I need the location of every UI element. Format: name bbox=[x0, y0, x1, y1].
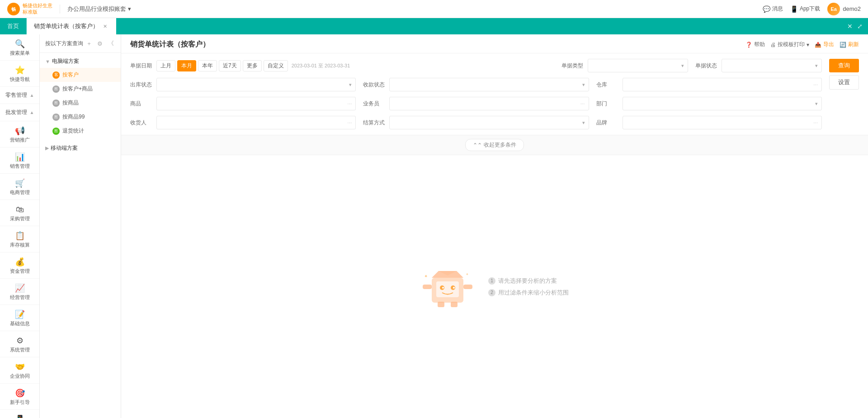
user-menu[interactable]: Ea demo2 bbox=[827, 3, 861, 15]
query-button[interactable]: 查询 bbox=[829, 59, 859, 72]
message-label: 消息 bbox=[772, 5, 783, 13]
help-btn[interactable]: ❓ 帮助 bbox=[745, 41, 765, 48]
sidebar-item-marketing-label: 营销推广 bbox=[10, 137, 30, 143]
logo-text-line1: 畅捷信好生意 bbox=[23, 3, 52, 9]
scheme-item-by-goods[interactable]: 图 按商品 bbox=[40, 96, 121, 110]
app-download-btn[interactable]: 📱 App下载 bbox=[790, 5, 820, 13]
scheme-group-desktop-title[interactable]: ▼ 电脑端方案 bbox=[40, 55, 121, 68]
sidebar-item-ecommerce[interactable]: 🛒 电商管理 bbox=[0, 174, 39, 200]
doc-status-select[interactable]: ▾ bbox=[722, 59, 822, 72]
sidebar-item-retail[interactable]: 零售管理 ▲ bbox=[0, 87, 39, 104]
sidebar-item-basic[interactable]: 📝 基础信息 bbox=[0, 305, 39, 331]
page-wrapper: 按以下方案查询 + ⚙ 《 bbox=[40, 34, 868, 418]
brand-input[interactable]: ··· bbox=[623, 116, 822, 129]
maximize-btn[interactable]: ⤢ bbox=[857, 23, 863, 30]
sidebar-item-enterprise[interactable]: 🤝 企业协同 bbox=[0, 357, 39, 384]
sidebar-item-marketing[interactable]: 📢 营销推广 bbox=[0, 121, 39, 147]
print-btn[interactable]: 🖨 按模板打印 ▾ bbox=[770, 41, 809, 48]
salesperson-ellipsis: ··· bbox=[580, 100, 585, 107]
scheme-item-by-goods99[interactable]: 图 按商品99 bbox=[40, 110, 121, 124]
hint-number-1: 1 bbox=[488, 277, 495, 285]
goods-label: 商品 bbox=[130, 100, 153, 108]
sidebar-item-sales[interactable]: 📊 销售管理 bbox=[0, 147, 39, 174]
scheme-panel-title: 按以下方案查询 bbox=[45, 40, 83, 48]
date-last7days-btn[interactable]: 近7天 bbox=[219, 60, 241, 71]
filter-main: 单据日期 上月 本月 本年 近7天 更多 自定义 2023-03-01 至 20… bbox=[130, 59, 822, 129]
username: demo2 bbox=[843, 5, 861, 12]
svg-rect-8 bbox=[423, 285, 432, 289]
salesperson-label: 业务员 bbox=[363, 100, 386, 108]
date-last-month-btn[interactable]: 上月 bbox=[156, 60, 175, 71]
sidebar-item-purchase[interactable]: 🛍 采购管理 bbox=[0, 200, 39, 226]
sidebar-item-operations[interactable]: 📈 经营管理 bbox=[0, 279, 39, 305]
return-stats-label: 退货统计 bbox=[62, 127, 84, 135]
settings-button[interactable]: 设置 bbox=[829, 75, 859, 90]
refresh-icon: 🔄 bbox=[840, 42, 846, 48]
customer-goods-scheme-icon: 图 bbox=[52, 86, 60, 93]
filter-payment-status-item: 收款状态 ▾ bbox=[363, 78, 589, 91]
collapse-btn[interactable]: ⌃⌃ 收起更多条件 bbox=[465, 139, 524, 151]
scheme-add-btn[interactable]: + bbox=[85, 39, 94, 48]
sidebar-item-ecommerce-label: 电商管理 bbox=[10, 189, 30, 196]
sidebar-item-sales-label: 销售管理 bbox=[10, 163, 30, 170]
header-left: 畅 畅捷信好生意 标准版 办公用品行业模拟账套 ▾ bbox=[7, 3, 131, 15]
salesperson-input[interactable]: ··· bbox=[389, 97, 589, 110]
out-status-select[interactable]: ▾ bbox=[156, 78, 356, 91]
out-status-dropdown-icon: ▾ bbox=[349, 82, 352, 88]
empty-text: 1 请先选择要分析的方案 2 用过滤条件来缩小分析范围 bbox=[488, 277, 569, 297]
svg-rect-9 bbox=[463, 285, 472, 289]
header-right: 💬 消息 📱 App下载 Ea demo2 bbox=[763, 3, 861, 15]
warehouse-input[interactable]: ··· bbox=[623, 78, 822, 91]
sidebar-item-guide[interactable]: 🎯 新手引导 bbox=[0, 384, 39, 410]
consignee-input[interactable]: ··· bbox=[156, 116, 356, 129]
refresh-btn[interactable]: 🔄 刷新 bbox=[840, 41, 859, 48]
close-all-tabs-btn[interactable]: ✕ bbox=[847, 23, 853, 30]
tab-home[interactable]: 首页 bbox=[0, 18, 27, 34]
hint-number-2: 2 bbox=[488, 289, 495, 296]
sidebar-item-system[interactable]: ⚙ 系统管理 bbox=[0, 331, 39, 357]
date-this-year-btn[interactable]: 本年 bbox=[198, 60, 217, 71]
payment-status-select[interactable]: ▾ bbox=[389, 78, 589, 91]
sidebar-item-wholesale[interactable]: 批发管理 ▲ bbox=[0, 104, 39, 121]
appcenter-icon: 📱 bbox=[15, 415, 25, 418]
empty-state: ✦ ✦ 1 请先选择要分析的方案 2 用过滤条件来缩小分析范围 bbox=[121, 155, 868, 418]
scheme-group-mobile-title[interactable]: ▶ 移动端方案 bbox=[40, 142, 121, 155]
sidebar-item-search[interactable]: 🔍 搜索菜单 bbox=[0, 34, 39, 61]
scheme-settings-btn[interactable]: ⚙ bbox=[95, 39, 104, 48]
marketing-icon: 📢 bbox=[15, 127, 25, 135]
date-more-btn[interactable]: 更多 bbox=[243, 60, 262, 71]
workspace-selector[interactable]: 办公用品行业模拟账套 ▾ bbox=[67, 5, 131, 13]
collapse-row[interactable]: ⌃⌃ 收起更多条件 bbox=[121, 135, 868, 155]
scheme-item-return-stats[interactable]: 图 退货统计 bbox=[40, 124, 121, 138]
logo-area: 畅 畅捷信好生意 标准版 bbox=[7, 3, 52, 15]
ecommerce-icon: 🛒 bbox=[15, 179, 25, 187]
sidebar-item-inventory[interactable]: 📋 库存核算 bbox=[0, 226, 39, 252]
dept-select[interactable]: ▾ bbox=[623, 97, 822, 110]
empty-hint-2: 2 用过滤条件来缩小分析范围 bbox=[488, 289, 569, 297]
date-custom-btn[interactable]: 自定义 bbox=[264, 60, 288, 71]
message-btn[interactable]: 💬 消息 bbox=[763, 5, 783, 13]
top-header: 畅 畅捷信好生意 标准版 办公用品行业模拟账套 ▾ 💬 消息 📱 App下载 E… bbox=[0, 0, 868, 18]
dept-dropdown-icon: ▾ bbox=[815, 101, 818, 107]
sidebar-item-basic-label: 基础信息 bbox=[10, 320, 30, 327]
home-tab-label: 首页 bbox=[7, 22, 19, 30]
page-title: 销货单统计表（按客户） bbox=[130, 40, 210, 49]
scheme-item-by-customer[interactable]: 客 按客户 bbox=[40, 68, 121, 82]
export-btn[interactable]: 📤 导出 bbox=[815, 41, 834, 48]
sidebar-item-quicknav[interactable]: ⭐ 快捷导航 bbox=[0, 61, 39, 87]
sidebar-item-finance[interactable]: 💰 资金管理 bbox=[0, 252, 39, 279]
tab-sales-stats[interactable]: 销货单统计表（按客户） ✕ bbox=[27, 18, 116, 34]
doc-type-select[interactable]: ▾ bbox=[588, 59, 688, 72]
date-this-month-btn[interactable]: 本月 bbox=[177, 60, 196, 71]
scheme-collapse-btn[interactable]: 《 bbox=[106, 39, 115, 48]
svg-rect-3 bbox=[436, 281, 459, 297]
tab-close-btn[interactable]: ✕ bbox=[101, 23, 108, 30]
system-icon: ⚙ bbox=[16, 337, 24, 345]
scheme-item-by-customer-goods[interactable]: 图 按客户+商品 bbox=[40, 82, 121, 96]
sidebar-item-appcenter[interactable]: 📱 应用中心 bbox=[0, 410, 39, 418]
goods-input[interactable]: ··· bbox=[156, 97, 356, 110]
settlement-select[interactable]: ▾ bbox=[389, 116, 589, 129]
wholesale-label: 批发管理 bbox=[5, 109, 27, 116]
main-panel: 销货单统计表（按客户） ❓ 帮助 🖨 按模板打印 ▾ 📤 bbox=[121, 34, 868, 418]
sidebar-item-search-label: 搜索菜单 bbox=[10, 50, 30, 57]
